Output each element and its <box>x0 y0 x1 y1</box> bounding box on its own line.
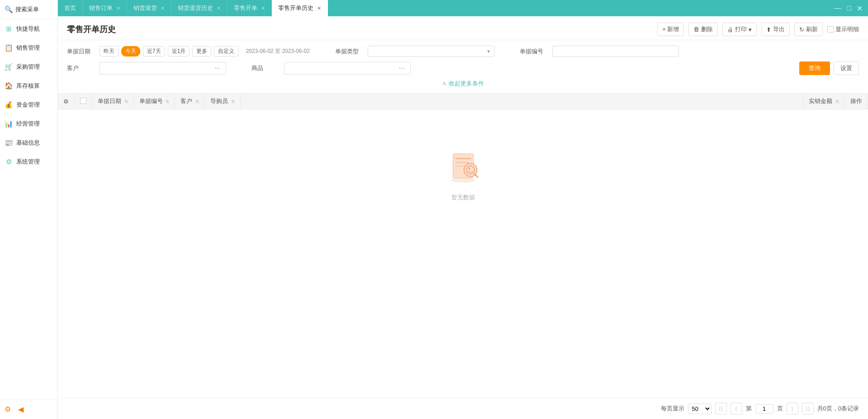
date-1month[interactable]: 近1月 <box>168 46 190 56</box>
svg-point-8 <box>468 168 470 170</box>
th-amount-sort[interactable]: ⇅ <box>835 99 839 104</box>
tab-retail-open[interactable]: 零售开单 ✕ <box>228 0 272 16</box>
date-yesterday[interactable]: 昨天 <box>100 46 119 56</box>
display-toggle-checkbox[interactable] <box>827 26 834 33</box>
print-dropdown-icon: ▾ <box>749 26 752 33</box>
doc-type-select[interactable]: ▾ <box>368 46 494 57</box>
th-settings[interactable]: ⚙ <box>58 94 75 109</box>
tab-sales-return[interactable]: 销货退货 ✕ <box>127 0 171 16</box>
customer-select[interactable]: ··· <box>100 62 226 75</box>
tab-sales-return-history[interactable]: 销货退货历史 ✕ <box>171 0 228 16</box>
th-doc-date[interactable]: 单据日期 ⇅ <box>92 94 134 109</box>
window-controls: — □ ✕ <box>829 0 868 16</box>
column-settings-icon[interactable]: ⚙ <box>63 98 69 105</box>
empty-text: 暂无数据 <box>451 193 475 202</box>
sidebar-item-label: 系统管理 <box>16 158 40 166</box>
sidebar-search[interactable]: 🔍 搜索采单 <box>0 0 57 19</box>
th-spacer <box>240 94 803 109</box>
filter-row-1: 单据日期 昨天 今天 近7天 近1月 更多 自定义 2023-06-02 至 2… <box>67 46 859 57</box>
sidebar-item-label: 基础信息 <box>16 139 40 147</box>
finance-icon: 💰 <box>5 101 13 109</box>
th-checkbox[interactable] <box>75 94 92 109</box>
date-more[interactable]: 更多 <box>192 46 211 56</box>
minimize-button[interactable]: — <box>834 4 841 12</box>
page-size-select[interactable]: 50 20 100 <box>688 404 711 414</box>
page-label: 第 <box>746 405 752 413</box>
purchase-icon: 🛒 <box>5 63 13 71</box>
svg-rect-2 <box>455 158 471 160</box>
refresh-button[interactable]: ↻ 刷新 <box>794 23 823 36</box>
sidebar-item-finance[interactable]: 💰 资金管理 <box>0 95 57 114</box>
th-customer[interactable]: 客户 ⇅ <box>175 94 205 109</box>
sidebar-item-inventory[interactable]: 🏠 库存核算 <box>0 76 57 95</box>
th-guide[interactable]: 导购员 ⇅ <box>204 94 240 109</box>
collapse-sidebar-icon[interactable]: ◀ <box>18 405 24 414</box>
select-all-checkbox[interactable] <box>80 98 86 104</box>
tab-sales-order-close[interactable]: ✕ <box>116 5 120 11</box>
display-toggle[interactable]: 显示明细 <box>827 25 859 33</box>
next-page-btn[interactable]: ⟩ <box>787 403 798 414</box>
date-7days[interactable]: 近7天 <box>143 46 165 56</box>
sales-icon: 📋 <box>5 44 13 52</box>
tab-retail-open-label: 零售开单 <box>234 4 257 12</box>
tab-sales-order[interactable]: 销售订单 ✕ <box>83 0 127 16</box>
goods-select[interactable]: ··· <box>284 62 411 75</box>
sidebar-item-operations[interactable]: 📊 经营管理 <box>0 114 57 133</box>
date-today[interactable]: 今天 <box>121 46 140 56</box>
date-custom[interactable]: 自定义 <box>214 46 238 56</box>
close-button[interactable]: ✕ <box>857 4 863 13</box>
th-guide-sort[interactable]: ⇅ <box>231 99 235 104</box>
customer-ellipsis[interactable]: ··· <box>213 64 222 72</box>
th-guide-label: 导购员 <box>210 98 228 104</box>
doc-type-label: 单据类型 <box>335 47 360 56</box>
th-actions: 操作 <box>845 94 868 109</box>
th-doc-no[interactable]: 单据编号 ⇅ <box>133 94 175 109</box>
doc-no-input[interactable] <box>552 46 679 57</box>
tab-home[interactable]: 首页 <box>58 0 83 16</box>
query-button[interactable]: 查询 <box>799 61 830 75</box>
svg-point-0 <box>451 178 475 183</box>
content-area: 零售开单历史 + 新增 🗑 删除 🖨 打印 ▾ ⬆ 导出 ↻ 刷新 <box>58 16 868 419</box>
tab-sales-return-label: 销货退货 <box>133 4 157 12</box>
tab-sales-order-label: 销售订单 <box>89 4 113 12</box>
th-doc-no-sort[interactable]: ⇅ <box>166 99 169 104</box>
print-button[interactable]: 🖨 打印 ▾ <box>722 23 757 36</box>
tab-retail-open-history[interactable]: 零售开单历史 ✕ <box>272 0 328 16</box>
th-amount[interactable]: 实销金额 ⇅ <box>803 94 845 109</box>
export-button[interactable]: ⬆ 导出 <box>761 23 790 36</box>
collapse-filter-btn[interactable]: ∧ 收起更多条件 <box>442 80 484 88</box>
add-button[interactable]: + 新增 <box>657 23 684 36</box>
sidebar-item-basic-info[interactable]: 📰 基础信息 <box>0 133 57 152</box>
th-doc-no-label: 单据编号 <box>139 98 163 104</box>
last-page-btn[interactable]: ⟩⟩ <box>802 403 814 414</box>
prev-page-btn[interactable]: ⟨ <box>730 403 742 414</box>
tab-sales-return-close[interactable]: ✕ <box>161 5 165 11</box>
tab-retail-open-close[interactable]: ✕ <box>261 5 265 11</box>
tab-sales-return-history-close[interactable]: ✕ <box>217 5 221 11</box>
th-doc-date-sort[interactable]: ⇅ <box>124 99 128 104</box>
refresh-label: 刷新 <box>806 25 818 33</box>
tab-retail-open-history-label: 零售开单历史 <box>278 4 313 12</box>
sidebar-item-quick-nav[interactable]: ⊞ 快捷导航 <box>0 19 57 38</box>
sidebar-item-sales-mgmt[interactable]: 📋 销售管理 <box>0 38 57 57</box>
display-toggle-label: 显示明细 <box>835 25 859 33</box>
goods-ellipsis[interactable]: ··· <box>397 64 407 72</box>
inventory-icon: 🏠 <box>5 82 13 90</box>
th-customer-sort[interactable]: ⇅ <box>195 99 199 104</box>
settings-bottom-icon[interactable]: ⚙ <box>5 405 11 414</box>
sidebar-item-sys-mgmt[interactable]: ⚙ 系统管理 <box>0 152 57 171</box>
doc-type-dropdown-icon: ▾ <box>487 48 490 55</box>
delete-button[interactable]: 🗑 删除 <box>688 23 718 36</box>
sidebar-item-purchase-mgmt[interactable]: 🛒 采购管理 <box>0 57 57 76</box>
page-number-input[interactable] <box>755 404 773 414</box>
tab-retail-open-history-close[interactable]: ✕ <box>317 5 321 11</box>
sidebar-item-label: 资金管理 <box>16 101 40 109</box>
empty-state: 暂无数据 <box>58 109 868 238</box>
first-page-btn[interactable]: ⟨⟨ <box>715 403 727 414</box>
th-doc-date-label: 单据日期 <box>98 98 121 104</box>
settings-button[interactable]: 设置 <box>834 61 859 75</box>
th-customer-label: 客户 <box>180 98 192 104</box>
th-amount-label: 实销金额 <box>809 98 832 104</box>
maximize-button[interactable]: □ <box>847 4 851 12</box>
print-label: 打印 <box>735 25 747 33</box>
